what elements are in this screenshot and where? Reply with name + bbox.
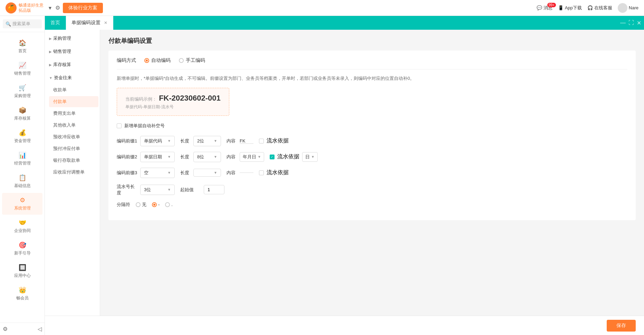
sub-item-prepaid-pay[interactable]: 预付冲应付单: [49, 143, 98, 154]
sidebar-item-operations[interactable]: 📊 经营管理: [2, 148, 42, 170]
prefix3-flow-checkbox[interactable]: [259, 170, 264, 175]
sidebar-item-purchase[interactable]: 🛒 采购管理: [2, 81, 42, 102]
preview-box: 当前编码示例： FK-20230602-001 单据代码-单据日期-流水号: [117, 88, 229, 116]
sub-menu-sales-header[interactable]: ▶ 销售管理: [45, 46, 100, 57]
prefix1-select[interactable]: 单据代码 ▼: [140, 136, 175, 146]
service-icon: 🎧: [587, 5, 593, 10]
system-icon: ⚙: [20, 196, 25, 204]
home-icon: 🏠: [19, 39, 26, 47]
tab-bar: 首页 单据编码设置 ✕ — ⛶ ✕: [45, 16, 644, 30]
sub-menu-inventory-header[interactable]: ▶ 库存核算: [45, 59, 100, 71]
prefix2-select[interactable]: 单据日期 ▼: [140, 152, 175, 162]
sidebar-item-vip[interactable]: 👑 畅会员: [2, 283, 42, 305]
prefix2-flow-unit-select[interactable]: 日 ▼: [302, 152, 318, 162]
serial-length-section: 流水号长度 3位 ▼: [117, 184, 175, 196]
serial-start-input[interactable]: [204, 185, 224, 194]
tab-maximize-btn[interactable]: ⛶: [628, 20, 634, 26]
prefix1-length-section: 长度 2位 ▼: [180, 136, 221, 146]
prefix1-length-arrow: ▼: [214, 139, 217, 143]
sub-item-other-income[interactable]: 其他收入单: [49, 120, 98, 131]
sidebar-collapse-btn[interactable]: ◁: [38, 326, 42, 332]
experience-btn[interactable]: 体验行业方案: [63, 3, 103, 13]
prefix2-flow-checkbox[interactable]: ✓: [270, 155, 275, 159]
prefix1-flow-section: 流水依据: [259, 137, 289, 145]
sidebar-item-apps[interactable]: 🔲 应用中心: [2, 260, 42, 282]
serial-start-section: 起始值: [180, 185, 224, 194]
tab-minimize-btn[interactable]: —: [620, 20, 626, 26]
sidebar-settings-btn[interactable]: ⚙: [3, 326, 8, 332]
sub-item-expense[interactable]: 费用支出单: [49, 108, 98, 119]
sep-dash-option[interactable]: -: [152, 202, 160, 207]
message-icon: 💬: [537, 5, 542, 10]
prefix1-flow-checkbox[interactable]: [259, 139, 264, 143]
sidebar-item-enterprise[interactable]: 🤝 企业协同: [2, 215, 42, 237]
prefix2-content-select[interactable]: 年月日 ▼: [240, 152, 264, 162]
search-inner[interactable]: 🔍 搜索菜单: [3, 19, 42, 28]
prefix3-length-select[interactable]: ▼: [193, 169, 221, 177]
separator-row: 分隔符 无 - .: [117, 202, 627, 208]
sidebar-search[interactable]: 🔍 搜索菜单: [0, 16, 45, 32]
sep-dot-radio[interactable]: [165, 202, 170, 207]
tab-bar-actions: — ⛶ ✕: [620, 20, 644, 26]
prefix2-arrow: ▼: [167, 155, 171, 159]
content-area: 首页 单据编码设置 ✕ — ⛶ ✕ ▶ 采购管理: [45, 16, 644, 335]
sep-dash-radio[interactable]: [152, 202, 157, 207]
auto-fill-checkbox[interactable]: [117, 123, 122, 128]
sidebar-item-system[interactable]: ⚙ 系统管理: [2, 193, 42, 215]
capital-items: 收款单 付款单 费用支出单 其他收入单 预收冲应收单 预付冲应付单 银行存取款单…: [45, 84, 100, 178]
tab-serial-setting[interactable]: 单据编码设置 ✕: [66, 16, 113, 30]
prefix3-flow-label: 流水依据: [267, 169, 289, 176]
manual-encode-option[interactable]: 手工编码: [179, 57, 205, 64]
sub-item-payment[interactable]: 付款单: [49, 96, 98, 107]
sub-item-bank-deposit[interactable]: 银行存取款单: [49, 155, 98, 166]
prefix1-content-section: 内容 FK: [227, 138, 253, 144]
prefix1-flow-label: 流水依据: [267, 137, 289, 145]
tab-close-btn[interactable]: ✕: [104, 20, 107, 25]
sub-menu-capital-header[interactable]: ▼ 资金往来: [45, 72, 100, 84]
tab-closeall-btn[interactable]: ✕: [637, 20, 641, 26]
sub-item-prepaid-receive[interactable]: 预收冲应收单: [49, 131, 98, 142]
serial-length-select[interactable]: 3位 ▼: [140, 185, 175, 195]
prefix3-flow-section: 流水依据: [259, 169, 289, 176]
sidebar-item-sales[interactable]: 📈 销售管理: [2, 58, 42, 80]
sidebar-item-guide[interactable]: 🎯 新手引导: [2, 238, 42, 260]
sidebar-item-home[interactable]: 🏠 首页: [2, 36, 42, 57]
sidebar-item-basic-info[interactable]: 📋 基础信息: [2, 170, 42, 192]
online-service-btn[interactable]: 🎧 在线客服: [587, 5, 612, 11]
auto-encode-option[interactable]: 自动编码: [144, 57, 171, 64]
page-title: 付款单编码设置: [108, 37, 636, 45]
sep-dot-option[interactable]: .: [165, 202, 173, 207]
prefix1-label: 编码前缀1: [117, 138, 137, 144]
prefix1-section: 编码前缀1 单据代码 ▼: [117, 136, 175, 146]
sep-none-option[interactable]: 无: [136, 202, 146, 208]
save-button[interactable]: 保存: [607, 320, 636, 332]
prefix2-length-select[interactable]: 8位 ▼: [193, 152, 221, 162]
auto-fill-row: 新增单据自动补空号: [117, 123, 627, 129]
auto-encode-radio[interactable]: [144, 58, 149, 63]
message-btn[interactable]: 💬 消息 99+: [537, 5, 552, 11]
sep-none-radio[interactable]: [136, 202, 141, 207]
sub-sidebar: ▶ 采购管理 ▶ 销售管理 ▶ 库存核算: [45, 30, 100, 316]
app-download-btn[interactable]: 📱 App下载: [558, 5, 582, 11]
breadcrumb-dropdown[interactable]: ▼: [48, 5, 52, 11]
logo-text: 畅通道好生意 拓品版: [19, 3, 44, 13]
serial-length-arrow: ▼: [167, 188, 171, 192]
separator-label: 分隔符: [117, 202, 130, 208]
manual-encode-radio[interactable]: [179, 58, 184, 63]
sidebar-item-finance[interactable]: 💰 资金管理: [2, 125, 42, 147]
settings-btn[interactable]: ⚙: [55, 4, 60, 11]
prefix1-length-select[interactable]: 2位 ▼: [193, 136, 221, 146]
prefix1-row: 编码前缀1 单据代码 ▼ 长度 2位 ▼: [117, 136, 627, 146]
sub-item-ar-adjust[interactable]: 应收应付调整单: [49, 167, 98, 178]
tab-home[interactable]: 首页: [45, 16, 66, 30]
user-profile[interactable]: Nare: [618, 3, 638, 13]
prefix3-select[interactable]: 空 ▼: [140, 168, 175, 178]
search-icon: 🔍: [6, 21, 11, 27]
vip-icon: 👑: [19, 286, 26, 294]
sub-menu-purchase-header[interactable]: ▶ 采购管理: [45, 32, 100, 44]
sidebar-item-inventory[interactable]: 📦 库存核算: [2, 103, 42, 125]
sub-item-receipt[interactable]: 收款单: [49, 84, 98, 95]
prefix3-row: 编码前缀3 空 ▼ 长度 ▼: [117, 168, 627, 178]
message-badge: 99+: [547, 3, 556, 7]
download-icon: 📱: [558, 5, 564, 10]
